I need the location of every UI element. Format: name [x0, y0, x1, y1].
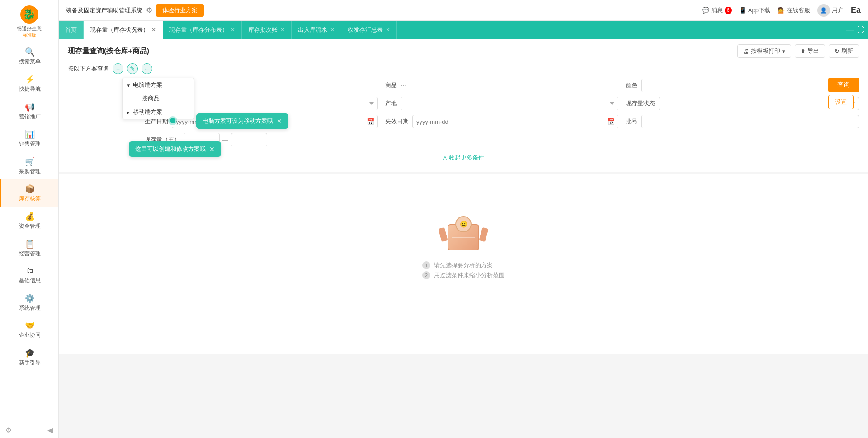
user-label: 用户 — [832, 6, 844, 14]
color-select[interactable] — [641, 79, 859, 92]
page-content: 现存量查询(按仓库+商品) 🖨 按模板打印 ▾ ⬆ 导出 ↻ 刷新 — [59, 39, 868, 438]
guide-icon: 🎓 — [25, 348, 35, 358]
tab-in-out-flow-close[interactable]: ✕ — [330, 27, 335, 33]
system-title: 装备及固定资产辅助管理系统 — [66, 6, 142, 14]
expire-date-field: 失效日期 📅 — [385, 115, 618, 128]
add-plan-button[interactable]: + — [113, 63, 123, 74]
tab-batch-account-label: 库存批次账 — [248, 26, 278, 34]
user-area[interactable]: 👤 用户 — [817, 4, 844, 17]
goods-field: 商品 ··· — [385, 79, 618, 92]
expand-icon: ▾ — [127, 82, 130, 89]
plan-tree-item-goods[interactable]: — 按商品 — [123, 92, 194, 105]
hint-number-1: 1 — [422, 261, 430, 269]
refresh-button[interactable]: ↻ 刷新 — [829, 44, 859, 58]
sidebar-item-label: 营销推广 — [19, 113, 41, 121]
plan-tree-item-mobile-label: 移动端方案 — [133, 108, 162, 116]
sidebar-item-purchase[interactable]: 🛒 采购管理 — [0, 152, 58, 180]
tab-inventory-status-close[interactable]: ✕ — [151, 27, 156, 33]
tooltip2-close[interactable]: ✕ — [209, 146, 215, 153]
amount-dash: — — [222, 137, 228, 143]
marketing-icon: 📢 — [25, 102, 35, 112]
sidebar-item-label: 新手引导 — [19, 359, 41, 367]
sidebar-item-label: 企业协同 — [19, 332, 41, 339]
batch-input[interactable] — [641, 115, 859, 128]
tabs-actions: — ⛶ — [846, 26, 868, 34]
tab-inventory-dist-close[interactable]: ✕ — [231, 27, 235, 33]
print-icon: 🖨 — [743, 48, 749, 55]
tooltip1-close[interactable]: ✕ — [277, 118, 282, 125]
sidebar-nav: 🔍 搜索菜单 ⚡ 快捷导航 📢 营销推广 📊 销售管理 🛒 采购管理 📦 库存核… — [0, 42, 58, 422]
sidebar-item-enterprise[interactable]: 🤝 企业协同 — [0, 316, 58, 344]
plan-tree-item-pc[interactable]: ▾ 电脑端方案 — [123, 78, 194, 92]
tab-inventory-dist[interactable]: 现存量（库存分布表） ✕ — [163, 21, 242, 39]
calendar-icon-1[interactable]: 📅 — [367, 118, 374, 125]
sidebar-item-operations[interactable]: 📋 经营管理 — [0, 235, 58, 262]
plan-tree-item-mobile[interactable]: ▸ 移动端方案 — [123, 105, 194, 119]
sidebar-item-quicknav[interactable]: ⚡ 快捷导航 — [0, 70, 58, 98]
hint-text-1: 请先选择要分析的方案 — [434, 261, 493, 269]
sidebar-item-search[interactable]: 🔍 搜索菜单 — [0, 42, 58, 70]
collapse-up-icon: ∧ — [443, 154, 448, 161]
expire-date-input[interactable] — [412, 115, 618, 128]
refresh-icon: ↻ — [835, 48, 840, 55]
goods-label: 商品 — [385, 81, 397, 89]
tab-inventory-status[interactable]: 现存量（库存状况表） ✕ — [84, 21, 163, 39]
filter-actions: 查询 设置 — [828, 78, 859, 109]
setting-button[interactable]: 设置 — [828, 95, 854, 109]
empty-hint-2: 2 用过滤条件来缩小分析范围 — [422, 271, 505, 279]
phone-icon: 📱 — [739, 7, 746, 14]
tab-inventory-dist-label: 现存量（库存分布表） — [169, 26, 228, 34]
sidebar-item-sales[interactable]: 📊 销售管理 — [0, 125, 58, 152]
app-download-button[interactable]: 📱 App下载 — [739, 6, 770, 14]
tab-minus-icon[interactable]: — — [846, 26, 854, 34]
online-service-button[interactable]: 💁 在线客服 — [778, 6, 810, 14]
tab-expand-icon[interactable]: ⛶ — [857, 26, 864, 34]
sidebar-item-label: 销售管理 — [19, 141, 41, 148]
header-right: 💬 消息 6 📱 App下载 💁 在线客服 👤 用户 Ea — [702, 4, 861, 17]
goods-dots[interactable]: ··· — [401, 81, 406, 89]
finance-icon: 💰 — [25, 212, 35, 221]
settings-bottom-icon[interactable]: ⚙ — [5, 426, 12, 434]
sidebar-item-basic[interactable]: 🗂 基础信息 — [0, 262, 58, 289]
filter-row-4: 现存量（主） — — [145, 133, 859, 146]
plan-tree-item-label: 电脑端方案 — [133, 81, 162, 89]
stock-max-input[interactable] — [231, 133, 267, 146]
export-button[interactable]: ⬆ 导出 — [795, 44, 825, 58]
sidebar-item-system[interactable]: ⚙️ 系统管理 — [0, 289, 58, 316]
sidebar-logo: 🐉 畅通好生意 标准版 — [0, 0, 58, 42]
tab-home[interactable]: 首页 — [59, 21, 84, 39]
collapse-icon[interactable]: ◀ — [47, 426, 53, 434]
calendar-icon-2[interactable]: 📅 — [607, 118, 615, 125]
sales-icon: 📊 — [25, 129, 35, 139]
tabs-bar: 首页 现存量（库存状况表） ✕ 现存量（库存分布表） ✕ 库存批次账 ✕ 出入库… — [59, 21, 868, 39]
search-button[interactable]: 查询 — [828, 78, 859, 92]
collapse-label: 收起更多条件 — [449, 154, 484, 161]
tooltip-desktop-plan: 电脑方案可设为移动方案哦 ✕ — [196, 113, 288, 129]
tab-collect-summary-close[interactable]: ✕ — [386, 27, 390, 33]
sidebar-item-marketing[interactable]: 📢 营销推广 — [0, 98, 58, 125]
tab-collect-summary[interactable]: 收发存汇总表 ✕ — [341, 21, 397, 39]
tab-in-out-flow[interactable]: 出入库流水 ✕ — [292, 21, 341, 39]
color-label: 颜色 — [626, 81, 637, 89]
hint-text-2: 用过滤条件来缩小分析范围 — [434, 271, 505, 279]
edit-plan-button[interactable]: ✎ — [127, 63, 138, 74]
export-label: 导出 — [807, 47, 819, 55]
sidebar-item-finance[interactable]: 💰 资金管理 — [0, 207, 58, 235]
print-button[interactable]: 🖨 按模板打印 ▾ — [737, 44, 791, 58]
batch-field: 批号 — [626, 115, 859, 128]
plan-sub-icon: — — [133, 95, 139, 102]
message-button[interactable]: 💬 消息 6 — [702, 6, 732, 14]
sidebar-item-guide[interactable]: 🎓 新手引导 — [0, 344, 58, 371]
message-badge: 6 — [725, 7, 732, 14]
trial-button[interactable]: 体验行业方案 — [156, 4, 204, 17]
sidebar-item-inventory[interactable]: 📦 库存核算 — [0, 179, 58, 207]
tab-batch-account-close[interactable]: ✕ — [280, 27, 285, 33]
message-icon: 💬 — [702, 7, 709, 14]
origin-select[interactable] — [401, 97, 618, 110]
back-button[interactable]: ← — [142, 63, 152, 74]
stock-status-label: 现存量状态 — [626, 99, 655, 108]
purchase-icon: 🛒 — [25, 157, 35, 167]
sidebar-item-label: 库存核算 — [19, 195, 41, 203]
settings-icon[interactable]: ⚙ — [146, 6, 152, 14]
tab-batch-account[interactable]: 库存批次账 ✕ — [242, 21, 292, 39]
